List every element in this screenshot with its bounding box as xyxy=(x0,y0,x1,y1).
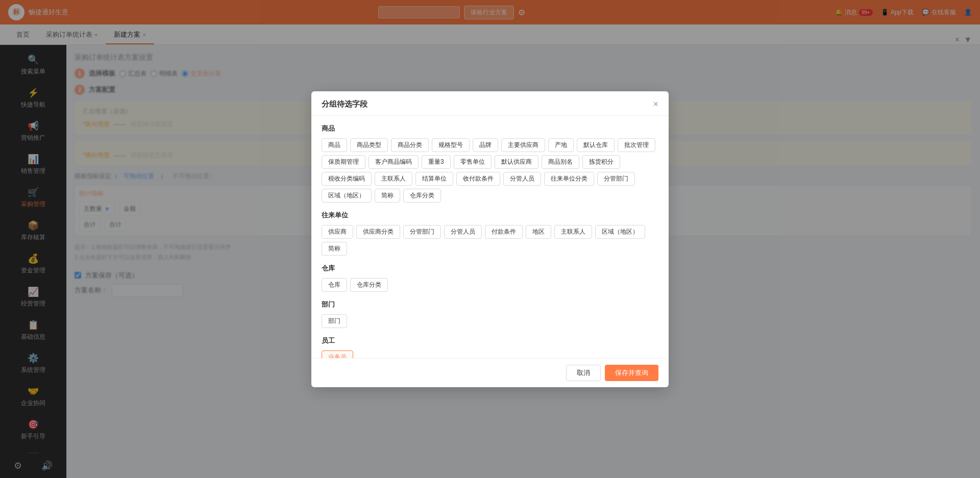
tag-product-type[interactable]: 商品类型 xyxy=(350,138,388,152)
tag-product-category[interactable]: 商品分类 xyxy=(391,138,429,152)
department-tags: 部门 xyxy=(322,314,658,328)
tag-pay-terms[interactable]: 付款条件 xyxy=(485,225,523,239)
modal-footer: 取消 保存并查询 xyxy=(311,358,669,387)
tag-main-supplier[interactable]: 主要供应商 xyxy=(501,138,545,152)
party-tags: 供应商 供应商分类 分管部门 分管人员 付款条件 地区 主联系人 区域（地区） … xyxy=(322,225,658,256)
tag-retail-unit[interactable]: 零售单位 xyxy=(454,155,492,169)
tag-brand[interactable]: 品牌 xyxy=(473,138,498,152)
tag-customer-code[interactable]: 客户商品编码 xyxy=(369,155,419,169)
tag-payment-terms[interactable]: 收付款条件 xyxy=(456,172,500,186)
tag-shelf-life[interactable]: 保质期管理 xyxy=(322,155,365,169)
section-warehouse: 仓库 仓库 仓库分类 xyxy=(322,264,658,292)
tag-weight3[interactable]: 重量3 xyxy=(422,155,451,169)
cancel-button[interactable]: 取消 xyxy=(566,365,601,381)
tag-tax-code[interactable]: 税收分类编码 xyxy=(322,172,372,186)
tag-party-manager[interactable]: 分管人员 xyxy=(444,225,482,239)
employee-tags: 业务员 xyxy=(322,350,658,358)
section-product-title: 商品 xyxy=(322,124,658,133)
tag-warehouse-cat[interactable]: 仓库分类 xyxy=(403,189,441,203)
confirm-button[interactable]: 保存并查询 xyxy=(605,365,658,381)
tag-party-region[interactable]: 地区 xyxy=(526,225,551,239)
section-party: 往来单位 供应商 供应商分类 分管部门 分管人员 付款条件 地区 主联系人 区域… xyxy=(322,211,658,256)
tag-manager[interactable]: 分管人员 xyxy=(503,172,541,186)
tag-main-contact[interactable]: 主联系人 xyxy=(375,172,412,186)
tag-product[interactable]: 商品 xyxy=(322,138,347,152)
tag-dept[interactable]: 分管部门 xyxy=(597,172,635,186)
modal-title: 分组待选字段 xyxy=(322,99,368,109)
section-department: 部门 部门 xyxy=(322,300,658,328)
tag-settlement-unit[interactable]: 结算单位 xyxy=(415,172,453,186)
tag-default-supplier[interactable]: 默认供应商 xyxy=(495,155,538,169)
modal-header: 分组待选字段 × xyxy=(311,91,669,116)
modal-body: 商品 商品 商品类型 商品分类 规格型号 品牌 主要供应商 产地 默认仓库 批次… xyxy=(311,116,669,358)
section-department-title: 部门 xyxy=(322,300,658,309)
field-select-modal: 分组待选字段 × 商品 商品 商品类型 商品分类 规格型号 品牌 主要供应商 产… xyxy=(311,91,669,387)
tag-product-alias[interactable]: 商品别名 xyxy=(542,155,579,169)
section-product: 商品 商品 商品类型 商品分类 规格型号 品牌 主要供应商 产地 默认仓库 批次… xyxy=(322,124,658,203)
tag-party-abbr[interactable]: 简称 xyxy=(322,242,347,256)
section-warehouse-title: 仓库 xyxy=(322,264,658,273)
tag-supplier-cat[interactable]: 供应商分类 xyxy=(356,225,400,239)
tag-warehouse-category[interactable]: 仓库分类 xyxy=(350,278,388,292)
modal-overlay: 分组待选字段 × 商品 商品 商品类型 商品分类 规格型号 品牌 主要供应商 产… xyxy=(0,0,980,478)
tag-origin[interactable]: 产地 xyxy=(548,138,574,152)
tag-department[interactable]: 部门 xyxy=(322,314,347,328)
tag-spec-model[interactable]: 规格型号 xyxy=(432,138,470,152)
tag-supplier[interactable]: 供应商 xyxy=(322,225,353,239)
tag-party-category[interactable]: 往来单位分类 xyxy=(544,172,594,186)
modal-close-btn[interactable]: × xyxy=(653,99,658,109)
section-employee-title: 员工 xyxy=(322,336,658,345)
tag-salesperson[interactable]: 业务员 xyxy=(322,350,353,358)
product-tags: 商品 商品类型 商品分类 规格型号 品牌 主要供应商 产地 默认仓库 批次管理 … xyxy=(322,138,658,203)
tag-batch-mgmt[interactable]: 批次管理 xyxy=(618,138,655,152)
section-party-title: 往来单位 xyxy=(322,211,658,220)
tag-region[interactable]: 区域（地区） xyxy=(322,189,372,203)
section-employee: 员工 业务员 xyxy=(322,336,658,358)
warehouse-tags: 仓库 仓库分类 xyxy=(322,278,658,292)
tag-warehouse[interactable]: 仓库 xyxy=(322,278,347,292)
tag-party-area[interactable]: 区域（地区） xyxy=(595,225,645,239)
tag-party-dept[interactable]: 分管部门 xyxy=(403,225,441,239)
tag-default-warehouse[interactable]: 默认仓库 xyxy=(577,138,615,152)
tag-short-name[interactable]: 简称 xyxy=(375,189,400,203)
tag-party-contact[interactable]: 主联系人 xyxy=(554,225,592,239)
tag-pick-points[interactable]: 拣货积分 xyxy=(582,155,620,169)
